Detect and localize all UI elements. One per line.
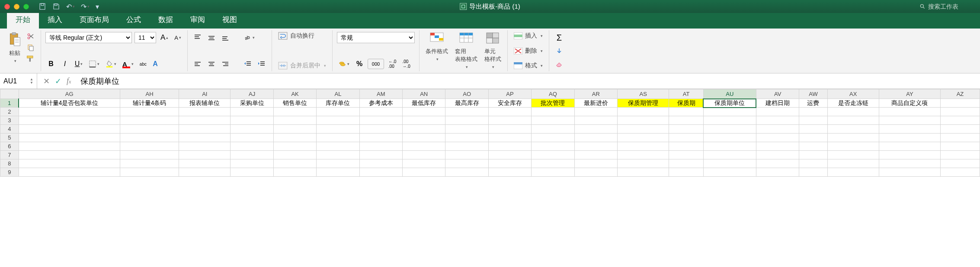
cell[interactable] — [940, 134, 980, 142]
cell[interactable] — [669, 142, 704, 151]
cell[interactable] — [488, 134, 531, 142]
column-header[interactable]: AV — [756, 89, 799, 99]
align-middle-button[interactable] — [206, 32, 217, 43]
cell[interactable] — [940, 151, 980, 159]
cell[interactable] — [756, 142, 799, 151]
cell[interactable] — [120, 116, 179, 125]
cell[interactable] — [179, 151, 231, 159]
cell[interactable] — [19, 142, 120, 151]
cell[interactable] — [179, 116, 231, 125]
cell[interactable] — [403, 125, 445, 134]
cell[interactable] — [445, 116, 488, 125]
cell[interactable] — [827, 108, 879, 116]
undo-button[interactable]: ↶ ▾ — [66, 3, 75, 11]
cell[interactable] — [231, 168, 273, 177]
column-header[interactable]: AG — [19, 89, 120, 99]
conditional-formatting-button[interactable]: 条件格式▾ — [424, 31, 450, 62]
cell[interactable] — [273, 134, 316, 142]
row-header[interactable]: 3 — [0, 116, 19, 125]
cell[interactable] — [574, 168, 617, 177]
format-as-table-button[interactable]: 套用 表格格式▾ — [453, 31, 479, 70]
cell[interactable] — [317, 116, 359, 125]
column-header[interactable]: AS — [618, 89, 669, 99]
cell[interactable] — [359, 116, 402, 125]
copy-button[interactable] — [25, 42, 36, 53]
cell[interactable] — [231, 142, 273, 151]
column-header[interactable]: AW — [799, 89, 827, 99]
cell[interactable] — [403, 116, 445, 125]
cell[interactable] — [669, 168, 704, 177]
cell[interactable] — [703, 159, 756, 168]
currency-button[interactable]: ▾ — [337, 60, 351, 68]
column-header[interactable]: AZ — [940, 89, 980, 99]
cell[interactable]: 辅计量4条码 — [120, 99, 179, 108]
row-header[interactable]: 8 — [0, 159, 19, 168]
fill-color-button[interactable]: ▾ — [104, 60, 118, 68]
cell[interactable] — [940, 116, 980, 125]
cell[interactable] — [273, 108, 316, 116]
tab-review[interactable]: 审阅 — [182, 11, 214, 29]
column-header[interactable]: AJ — [231, 89, 273, 99]
border-button[interactable]: ▾ — [87, 60, 101, 68]
cell[interactable] — [359, 159, 402, 168]
cell[interactable]: 参考成本 — [359, 99, 402, 108]
align-right-button[interactable] — [220, 59, 231, 69]
cell[interactable] — [488, 108, 531, 116]
qat-customize-icon[interactable]: ▾ — [96, 3, 99, 11]
cell[interactable] — [488, 142, 531, 151]
cell[interactable] — [445, 151, 488, 159]
cell[interactable] — [827, 142, 879, 151]
cell[interactable] — [669, 134, 704, 142]
cell[interactable]: 建档日期 — [756, 99, 799, 108]
cell[interactable] — [879, 168, 940, 177]
delete-cells-button[interactable]: 删除▾ — [512, 46, 544, 56]
cell[interactable] — [359, 125, 402, 134]
cell[interactable] — [879, 142, 940, 151]
cell[interactable] — [532, 108, 574, 116]
cell[interactable] — [488, 151, 531, 159]
cell[interactable] — [703, 134, 756, 142]
cell[interactable] — [359, 134, 402, 142]
cell[interactable]: 采购单位 — [231, 99, 273, 108]
row-header[interactable]: 9 — [0, 168, 19, 177]
cell[interactable] — [618, 159, 669, 168]
bold-button[interactable]: B — [45, 59, 57, 69]
cell[interactable] — [120, 142, 179, 151]
cell[interactable]: 最低库存 — [403, 99, 445, 108]
cell[interactable] — [488, 116, 531, 125]
minimize-window-button[interactable] — [14, 4, 19, 10]
name-box[interactable]: AU1 ▲▼ — [0, 73, 37, 89]
cell[interactable] — [940, 108, 980, 116]
cell[interactable] — [756, 125, 799, 134]
column-header[interactable]: AK — [273, 89, 316, 99]
cell[interactable] — [703, 108, 756, 116]
cell[interactable] — [19, 116, 120, 125]
row-header[interactable]: 7 — [0, 151, 19, 159]
cell[interactable] — [273, 142, 316, 151]
cell[interactable] — [574, 134, 617, 142]
cell[interactable] — [273, 125, 316, 134]
font-color-button[interactable]: A▾ — [121, 60, 135, 68]
column-header[interactable]: AO — [445, 89, 488, 99]
align-center-button[interactable] — [206, 59, 217, 69]
cell[interactable] — [120, 159, 179, 168]
cell[interactable] — [19, 108, 120, 116]
cell[interactable] — [120, 151, 179, 159]
cell[interactable] — [703, 151, 756, 159]
cell[interactable] — [179, 142, 231, 151]
format-painter-button[interactable] — [25, 54, 36, 64]
cell[interactable] — [879, 125, 940, 134]
cell[interactable] — [317, 125, 359, 134]
cell[interactable]: 是否走冻链 — [827, 99, 879, 108]
cell[interactable] — [669, 108, 704, 116]
cell[interactable] — [179, 134, 231, 142]
cell[interactable] — [19, 159, 120, 168]
cell[interactable] — [756, 168, 799, 177]
align-top-button[interactable] — [192, 32, 203, 43]
font-size-select[interactable]: 11 — [135, 32, 156, 43]
cell[interactable]: 辅计量4是否包装单位 — [19, 99, 120, 108]
cell[interactable] — [488, 168, 531, 177]
cell[interactable] — [574, 125, 617, 134]
cell[interactable] — [574, 108, 617, 116]
cell[interactable]: 最高库存 — [445, 99, 488, 108]
